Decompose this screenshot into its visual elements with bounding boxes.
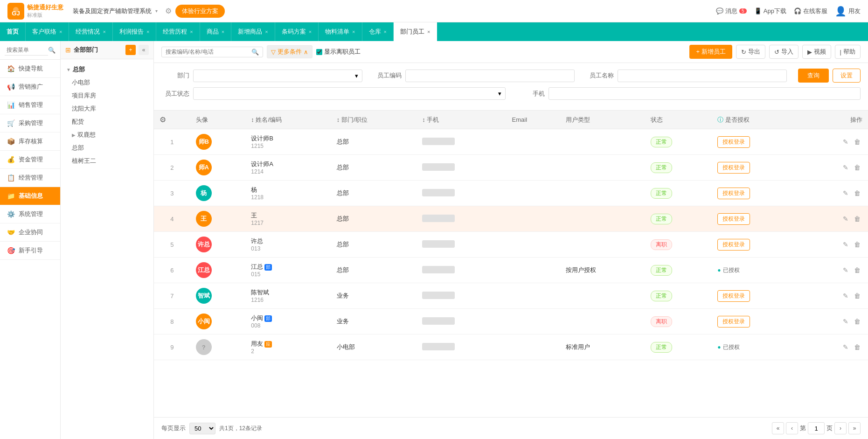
user-item[interactable]: 👤 用友 (835, 6, 861, 17)
delete-btn[interactable]: 🗑 (852, 163, 862, 172)
add-employee-btn[interactable]: + 新增员工 (689, 45, 732, 59)
show-resigned-input[interactable] (316, 49, 322, 55)
close-icon[interactable]: × (103, 29, 105, 35)
tree-node-shenyangdaku[interactable]: 沈阳大库 (61, 102, 153, 115)
close-icon[interactable]: × (427, 29, 430, 35)
tab-history[interactable]: 经营历程 × (156, 22, 200, 41)
column-settings-icon[interactable]: ⚙ (160, 116, 166, 124)
tree-node-xiaodibu[interactable]: 小电部 (61, 76, 153, 89)
close-icon[interactable]: × (222, 29, 224, 35)
delete-btn[interactable]: 🗑 (852, 342, 862, 352)
auth-btn[interactable]: 授权登录 (717, 316, 750, 328)
tree-add-btn[interactable]: + (125, 45, 136, 55)
tree-node-zongbu[interactable]: 总部 (61, 141, 153, 154)
edit-btn[interactable]: ✎ (841, 240, 850, 249)
emp-status-select[interactable]: ▾ (193, 87, 506, 100)
tab-product[interactable]: 商品 × (200, 22, 231, 41)
auth-btn[interactable]: 授权登录 (717, 188, 750, 199)
emp-code-input[interactable] (405, 70, 575, 82)
close-icon[interactable]: × (146, 29, 149, 35)
delete-btn[interactable]: 🗑 (852, 137, 862, 146)
app-download-item[interactable]: 📱 App下载 (754, 7, 786, 15)
close-icon[interactable]: × (190, 29, 193, 35)
emp-name-input[interactable] (618, 70, 787, 82)
close-icon[interactable]: × (265, 29, 268, 35)
tree-node-xiangmuku[interactable]: 项目库房 (61, 89, 153, 102)
search-btn[interactable]: 查询 (798, 69, 829, 83)
tree-node-peihuo[interactable]: 配货 (61, 115, 153, 128)
show-resigned-checkbox[interactable]: 显示离职员工 (316, 48, 361, 56)
page-size-select[interactable]: 50 100 200 (189, 423, 215, 434)
set-btn[interactable]: 设置 (833, 69, 861, 83)
auth-btn[interactable]: 授权登录 (717, 290, 750, 302)
search-input[interactable] (166, 49, 250, 55)
tab-add-product[interactable]: 新增商品 × (231, 22, 275, 41)
view-btn[interactable]: ▶ 视频 (802, 45, 831, 59)
delete-btn[interactable]: 🗑 (852, 291, 862, 300)
delete-btn[interactable]: 🗑 (852, 188, 862, 198)
tree-node-zhishuwang[interactable]: 植树王二 (61, 154, 153, 167)
help-btn[interactable]: | 帮助 (835, 45, 861, 59)
next-page-btn[interactable]: › (834, 422, 847, 434)
sidebar-item-finance[interactable]: 💰 资金管理 (0, 151, 60, 169)
sidebar-item-marketing[interactable]: 📢 营销推广 (0, 78, 60, 96)
close-icon[interactable]: × (59, 29, 62, 35)
edit-btn[interactable]: ✎ (841, 137, 850, 146)
delete-btn[interactable]: 🗑 (852, 240, 862, 249)
sidebar-item-cooperation[interactable]: 🤝 企业协同 (0, 223, 60, 242)
close-icon[interactable]: × (384, 29, 387, 35)
delete-btn[interactable]: 🗑 (852, 214, 862, 223)
tab-profit[interactable]: 利润报告 × (113, 22, 156, 41)
export-btn[interactable]: ↻ 导出 (736, 45, 765, 59)
experience-button[interactable]: 体验行业方案 (175, 5, 225, 18)
tree-all-dept-label[interactable]: 全部部门 (74, 46, 123, 54)
tab-warehouse[interactable]: 仓库 × (362, 22, 394, 41)
sidebar-item-basic[interactable]: 📁 基础信息 (0, 187, 60, 205)
prev-page-btn[interactable]: ‹ (786, 422, 798, 434)
tree-node-root[interactable]: ▼ 总部 (61, 63, 153, 76)
close-icon[interactable]: × (309, 29, 312, 35)
message-item[interactable]: 💬 消息 5 (716, 7, 747, 15)
tab-operation[interactable]: 经营情况 × (69, 22, 112, 41)
edit-btn[interactable]: ✎ (841, 265, 850, 275)
edit-btn[interactable]: ✎ (841, 291, 850, 300)
auth-btn[interactable]: 授权登录 (717, 136, 750, 148)
system-dropdown-arrow[interactable]: ▾ (155, 8, 158, 14)
auth-btn[interactable]: 授权登录 (717, 239, 750, 251)
tab-customer[interactable]: 客户联络 × (26, 22, 69, 41)
edit-btn[interactable]: ✎ (841, 342, 850, 352)
tab-employees[interactable]: 部门员工 × (394, 22, 437, 41)
edit-btn[interactable]: ✎ (841, 163, 850, 172)
online-service-item[interactable]: 🎧 在线客服 (794, 7, 827, 15)
sidebar-item-system[interactable]: ⚙️ 系统管理 (0, 205, 60, 223)
sidebar-item-guide[interactable]: 🎯 新手引导 (0, 242, 60, 260)
page-input[interactable] (808, 422, 825, 434)
auth-btn[interactable]: 授权登录 (717, 162, 750, 174)
sidebar-item-inventory[interactable]: 📦 库存核算 (0, 132, 60, 151)
sidebar-item-operation[interactable]: 📋 经营管理 (0, 169, 60, 187)
search-icon[interactable]: 🔍 (251, 49, 259, 56)
gear-icon[interactable]: ⚙ (165, 7, 172, 15)
phone-input[interactable] (549, 87, 861, 100)
tree-node-shuangluxiang[interactable]: ▶ 双鹿想 (61, 128, 153, 141)
sidebar-item-purchase[interactable]: 🛒 采购管理 (0, 114, 60, 132)
close-icon[interactable]: × (352, 29, 355, 35)
sidebar-item-nav[interactable]: 🏠 快捷导航 (0, 60, 60, 78)
tab-bom[interactable]: 物料清单 × (319, 22, 362, 41)
tab-home[interactable]: 首页 (0, 22, 26, 41)
delete-btn[interactable]: 🗑 (852, 265, 862, 275)
import-btn[interactable]: ↺ 导入 (769, 45, 799, 59)
first-page-btn[interactable]: « (772, 422, 784, 434)
auth-btn[interactable]: 授权登录 (717, 213, 750, 225)
sidebar-item-sales[interactable]: 📊 销售管理 (0, 96, 60, 114)
last-page-btn[interactable]: » (848, 422, 861, 434)
tree-collapse-btn[interactable]: « (139, 45, 149, 55)
delete-btn[interactable]: 🗑 (852, 317, 862, 326)
edit-btn[interactable]: ✎ (841, 188, 850, 198)
edit-btn[interactable]: ✎ (841, 214, 850, 223)
tab-barcode[interactable]: 条码方案 × (275, 22, 319, 41)
sidebar-search-input[interactable] (5, 45, 48, 56)
more-conditions-btn[interactable]: ▽ 更多条件 ∧ (267, 45, 312, 58)
edit-btn[interactable]: ✎ (841, 317, 850, 326)
dept-select[interactable]: ▾ (193, 70, 362, 82)
